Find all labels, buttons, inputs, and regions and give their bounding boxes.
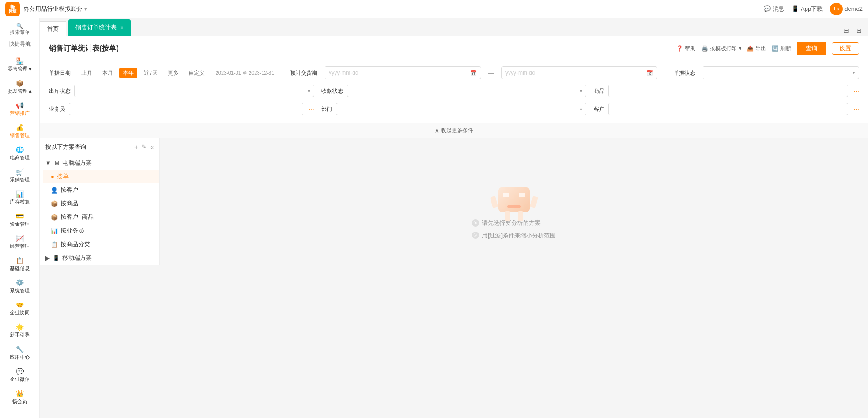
salesperson-input[interactable] <box>69 103 303 115</box>
company-selector[interactable]: 办公用品行业模拟账套 ▾ <box>24 5 87 13</box>
tree-item-by-customer[interactable]: 👤 按客户 <box>43 183 159 197</box>
date-btn-group: 上月 本月 本年 近7天 更多 自定义 <box>78 68 208 78</box>
tree-parent-pc[interactable]: ▼ 🖥 电脑端方案 <box>40 156 159 170</box>
message-icon: 💬 <box>764 5 771 12</box>
tab-sales-stats[interactable]: 销售订单统计表 × <box>68 19 131 36</box>
tab-home[interactable]: 首页 <box>40 21 66 36</box>
sidebar-item-marketing[interactable]: 📢 营销推广 <box>0 98 39 120</box>
more-btn[interactable]: 更多 <box>164 68 182 78</box>
logo: 畅 标版 <box>5 2 20 16</box>
page-actions: ❓ 帮助 🖨️ 按模板打印 ▾ 📤 导出 🔄 刷新 <box>676 42 859 55</box>
filter-area: 单据日期 上月 本月 本年 近7天 更多 自定义 2023-01-01 至 20… <box>40 59 868 123</box>
sidebar-item-enterprise[interactable]: 🤝 企业协同 <box>0 298 39 320</box>
tab-maximize-btn[interactable]: ⊞ <box>854 25 864 36</box>
goods-more-btn[interactable]: ··· <box>854 87 859 95</box>
content-area: 首页 销售订单统计表 × ⊟ ⊞ 销售订单统计表(按单) ❓ 帮助 <box>40 18 868 418</box>
sidebar-item-ecommerce[interactable]: 🌐 电商管理 <box>0 142 39 165</box>
salesperson-label: 业务员 <box>49 105 65 113</box>
collection-label: 收款状态 <box>321 87 343 95</box>
sidebar-item-newbie[interactable]: 🌟 新手引导 <box>0 320 39 342</box>
tree-parent-mobile[interactable]: ▶ 📱 移动端方案 <box>40 251 159 265</box>
sidebar-item-member[interactable]: 👑 畅会员 <box>0 386 39 408</box>
tree-item-by-goods[interactable]: 📦 按商品 <box>43 197 159 210</box>
sidebar-item-inventory[interactable]: 📊 库存核算 <box>0 187 39 209</box>
customer-more-btn[interactable]: ··· <box>854 105 859 113</box>
page-title: 销售订单统计表(按单) <box>49 44 119 53</box>
expected-delivery-end[interactable]: yyyy-mm-dd 📅 <box>501 66 658 79</box>
collection-select[interactable]: ▾ <box>347 85 587 97</box>
export-btn[interactable]: 📤 导出 <box>747 45 766 52</box>
collection-chevron: ▾ <box>580 89 582 94</box>
left-panel: 按以下方案查询 + ✎ « ▼ 🖥 电脑端方案 <box>40 138 160 265</box>
by-salesperson-icon: 📊 <box>51 228 58 234</box>
finance-icon: 💳 <box>16 213 24 220</box>
sales-icon: 💰 <box>16 124 24 131</box>
query-button[interactable]: 查询 <box>797 42 826 55</box>
sidebar-quick-nav[interactable]: 快捷导航 <box>0 38 39 52</box>
help-btn[interactable]: ❓ 帮助 <box>676 45 696 52</box>
page-content: 销售订单统计表(按单) ❓ 帮助 🖨️ 按模板打印 ▾ 📤 导出 <box>40 36 868 418</box>
salesperson-more-btn[interactable]: ··· <box>309 105 314 113</box>
tree-item-by-salesperson[interactable]: 📊 按业务员 <box>43 224 159 238</box>
app-download-btn[interactable]: 📱 App下载 <box>792 5 823 13</box>
by-gc-icon: 📋 <box>51 241 58 248</box>
tab-minimize-btn[interactable]: ⊟ <box>841 25 852 36</box>
print-btn[interactable]: 🖨️ 按模板打印 ▾ <box>701 45 741 52</box>
department-chevron: ▾ <box>580 107 582 112</box>
user-menu[interactable]: Ea demo2 <box>830 3 863 15</box>
salesperson-section: 业务员 ··· <box>49 103 314 115</box>
sidebar-item-retail[interactable]: 🏪 零售管理 ▾ <box>0 54 39 76</box>
by-order-icon: ● <box>51 173 54 180</box>
tree-item-by-goods-category[interactable]: 📋 按商品分类 <box>43 238 159 251</box>
help-icon: ❓ <box>676 45 683 52</box>
basic-icon: 📋 <box>16 257 24 264</box>
desktop-icon: 🖥 <box>54 160 60 166</box>
settings-button[interactable]: 设置 <box>832 42 859 55</box>
collapse-arrow-icon: ∧ <box>435 128 439 134</box>
empty-hint-2: ② 用[过滤]条件来缩小分析范围 <box>472 230 556 241</box>
add-scheme-btn[interactable]: + <box>134 143 138 151</box>
tab-bar-actions: ⊟ ⊞ <box>841 25 868 36</box>
tree-group-pc: ● 按单 👤 按客户 📦 按商品 📦 按客 <box>40 170 159 251</box>
sidebar-item-sales[interactable]: 💰 销售管理 <box>0 120 39 142</box>
sidebar-item-basic[interactable]: 📋 基础信息 <box>0 253 39 276</box>
collapse-panel-btn[interactable]: « <box>150 143 154 151</box>
by-customer-icon: 👤 <box>51 187 58 194</box>
enterprise-icon: 🤝 <box>16 301 24 309</box>
doc-status-select[interactable]: ▾ <box>703 66 859 79</box>
messages-btn[interactable]: 💬 消息 <box>764 5 784 13</box>
customer-label: 客户 <box>594 105 604 113</box>
tab-close-btn[interactable]: × <box>120 24 123 31</box>
weixin-icon: 💬 <box>16 368 24 375</box>
last7days-btn[interactable]: 近7天 <box>140 68 161 78</box>
expected-delivery-label: 预计交货期 <box>290 69 317 77</box>
sidebar-item-operations[interactable]: 📈 经营管理 <box>0 231 39 253</box>
goods-input[interactable] <box>608 85 848 97</box>
expected-delivery-start[interactable]: yyyy-mm-dd 📅 <box>325 66 481 79</box>
tab-bar: 首页 销售订单统计表 × ⊟ ⊞ <box>40 18 868 36</box>
sidebar-item-purchase[interactable]: 🛒 采购管理 <box>0 165 39 187</box>
collapse-button[interactable]: ∧ 收起更多条件 <box>435 127 473 134</box>
custom-btn[interactable]: 自定义 <box>185 68 208 78</box>
filter-row-2: 出库状态 ▾ 收款状态 ▾ 商品 <box>49 85 859 97</box>
this-year-btn[interactable]: 本年 <box>119 68 137 78</box>
sidebar-item-finance[interactable]: 💳 资金管理 <box>0 209 39 231</box>
topbar-left: 畅 标版 办公用品行业模拟账套 ▾ <box>5 2 87 16</box>
department-select[interactable]: ▾ <box>336 103 587 115</box>
tree-item-by-customer-goods[interactable]: 📦 按客户+商品 <box>43 210 159 224</box>
sidebar: 🔍 搜索菜单 快捷导航 🏪 零售管理 ▾ 📦 批发管理 ▴ 📢 营销推广 💰 销… <box>0 18 40 418</box>
left-panel-header: 按以下方案查询 + ✎ « <box>40 138 159 156</box>
sidebar-item-wholesale[interactable]: 📦 批发管理 ▴ <box>0 76 39 98</box>
sidebar-item-system[interactable]: ⚙️ 系统管理 <box>0 276 39 298</box>
last-month-btn[interactable]: 上月 <box>78 68 96 78</box>
refresh-btn[interactable]: 🔄 刷新 <box>772 45 791 52</box>
sidebar-item-weixin[interactable]: 💬 企业微信 <box>0 364 39 386</box>
sidebar-item-apps[interactable]: 🔧 应用中心 <box>0 342 39 364</box>
this-month-btn[interactable]: 本月 <box>99 68 117 78</box>
customer-input[interactable] <box>608 103 848 115</box>
doc-status-label: 单据状态 <box>674 69 695 77</box>
shipment-select[interactable]: ▾ <box>74 85 314 97</box>
edit-scheme-btn[interactable]: ✎ <box>142 143 146 151</box>
sidebar-search[interactable]: 🔍 搜索菜单 <box>0 18 39 38</box>
tree-item-by-order[interactable]: ● 按单 <box>43 170 159 183</box>
